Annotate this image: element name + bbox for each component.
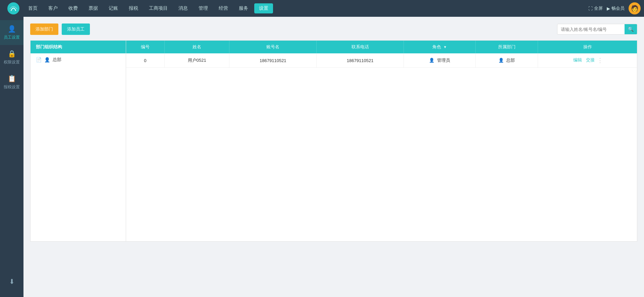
table-body: 0 用户0521 18679110521 18679110521 👤 管理员 👤… xyxy=(126,53,637,68)
fullscreen-button[interactable]: ⛶ 全屏 xyxy=(588,5,603,11)
toolbar: 添加部门 添加员工 🔍 xyxy=(30,23,637,35)
nav-customer[interactable]: 客户 xyxy=(44,3,62,13)
dept-item-label: 总部 xyxy=(53,57,61,63)
sidebar-item-permission-label: 权限设置 xyxy=(4,59,20,65)
employee-table: 编号 姓名 账号名 联系电话 角色 ▼ 所属部门 操作 xyxy=(126,41,637,241)
nav-home[interactable]: 首页 xyxy=(23,3,42,13)
nav-settings[interactable]: 设置 xyxy=(254,3,273,13)
top-nav-right: ⛶ 全屏 ▶ 畅会员 🧑 xyxy=(588,2,641,14)
cell-actions: 编辑 交接 ⋮ xyxy=(538,53,637,68)
content-area: 添加部门 添加员工 🔍 部门组织结构 📄 👤 总部 xyxy=(23,17,644,297)
sidebar: 👤 员工设置 🔒 权限设置 📋 报税设置 ⬇ xyxy=(0,17,23,297)
col-id: 编号 xyxy=(126,41,164,53)
sidebar-bottom: ⬇ xyxy=(0,273,23,297)
add-employee-button[interactable]: 添加员工 xyxy=(62,23,90,35)
role-icon: 👤 xyxy=(429,58,434,63)
nav-tax[interactable]: 报税 xyxy=(124,3,143,13)
vip-label: 畅会员 xyxy=(611,5,625,11)
col-dept: 所属部门 xyxy=(476,41,538,53)
sidebar-item-employee[interactable]: 👤 员工设置 xyxy=(0,20,23,45)
dept-label: 总部 xyxy=(506,58,515,63)
dept-tree-header: 部门组织结构 xyxy=(31,41,126,53)
sidebar-item-employee-label: 员工设置 xyxy=(4,35,20,40)
nav-invoice[interactable]: 票据 xyxy=(84,3,103,13)
vip-button[interactable]: ▶ 畅会员 xyxy=(607,5,625,11)
sidebar-item-tax-label: 报税设置 xyxy=(4,84,20,90)
dept-tree: 部门组织结构 📄 👤 总部 xyxy=(31,41,126,241)
nav-manage[interactable]: 管理 xyxy=(194,3,213,13)
avatar[interactable]: 🧑 xyxy=(629,2,641,14)
cell-account: 18679110521 xyxy=(229,53,317,68)
nav-fee[interactable]: 收费 xyxy=(64,3,83,13)
fullscreen-icon: ⛶ xyxy=(588,6,593,11)
employee-icon: 👤 xyxy=(8,25,16,33)
lock-icon: 🔒 xyxy=(8,50,16,58)
cell-dept: 👤 总部 xyxy=(476,53,538,68)
filter-icon: ▼ xyxy=(443,45,447,49)
search-input[interactable] xyxy=(557,25,625,34)
file-icon: 📄 xyxy=(36,57,42,62)
add-dept-button[interactable]: 添加部门 xyxy=(30,23,58,35)
sidebar-item-tax-settings[interactable]: 📋 报税设置 xyxy=(0,70,23,95)
top-nav: 首页 客户 收费 票据 记账 报税 工商项目 消息 管理 经营 服务 设置 ⛶ … xyxy=(0,0,644,17)
cell-role: 👤 管理员 xyxy=(404,53,476,68)
search-box: 🔍 xyxy=(557,24,637,35)
col-action: 操作 xyxy=(538,41,637,53)
download-icon: ⬇ xyxy=(9,278,15,286)
transfer-link[interactable]: 交接 xyxy=(586,57,595,62)
vip-icon: ▶ xyxy=(607,6,610,11)
fullscreen-label: 全屏 xyxy=(594,5,603,11)
avatar-icon: 🧑 xyxy=(631,5,638,12)
cell-id: 0 xyxy=(126,53,164,68)
logo[interactable] xyxy=(3,2,23,14)
nav-service[interactable]: 服务 xyxy=(234,3,253,13)
edit-link[interactable]: 编辑 xyxy=(573,57,582,62)
table-header-row: 编号 姓名 账号名 联系电话 角色 ▼ 所属部门 操作 xyxy=(126,41,637,53)
col-name: 姓名 xyxy=(164,41,229,53)
nav-operation[interactable]: 经营 xyxy=(214,3,233,13)
nav-items: 首页 客户 收费 票据 记账 报税 工商项目 消息 管理 经营 服务 设置 xyxy=(23,3,588,13)
col-account: 账号名 xyxy=(229,41,317,53)
search-icon: 🔍 xyxy=(628,27,634,32)
col-role-label: 角色 xyxy=(432,44,441,49)
scroll-control[interactable]: ⋮ xyxy=(597,57,603,64)
sidebar-download[interactable]: ⬇ xyxy=(0,273,23,290)
nav-bookkeeping[interactable]: 记账 xyxy=(104,3,123,13)
cell-name: 用户0521 xyxy=(164,53,229,68)
role-label: 管理员 xyxy=(437,58,450,63)
tax-settings-icon: 📋 xyxy=(8,75,16,83)
col-phone: 联系电话 xyxy=(317,41,404,53)
table-row: 0 用户0521 18679110521 18679110521 👤 管理员 👤… xyxy=(126,53,637,68)
dept-tree-item-general[interactable]: 📄 👤 总部 xyxy=(31,53,126,66)
table: 编号 姓名 账号名 联系电话 角色 ▼ 所属部门 操作 xyxy=(126,41,637,68)
dept-icon: 👤 xyxy=(498,58,504,63)
cell-phone: 18679110521 xyxy=(317,53,404,68)
panel: 部门组织结构 📄 👤 总部 编号 姓名 账号名 联系电话 xyxy=(30,40,637,242)
dept-person-icon: 👤 xyxy=(44,57,50,62)
sidebar-item-permission[interactable]: 🔒 权限设置 xyxy=(0,45,23,70)
nav-message[interactable]: 消息 xyxy=(174,3,193,13)
nav-business[interactable]: 工商项目 xyxy=(144,3,172,13)
main-layout: 👤 员工设置 🔒 权限设置 📋 报税设置 ⬇ 添加部门 添加员工 🔍 xyxy=(0,17,644,297)
search-button[interactable]: 🔍 xyxy=(625,24,637,34)
col-role[interactable]: 角色 ▼ xyxy=(404,41,476,53)
